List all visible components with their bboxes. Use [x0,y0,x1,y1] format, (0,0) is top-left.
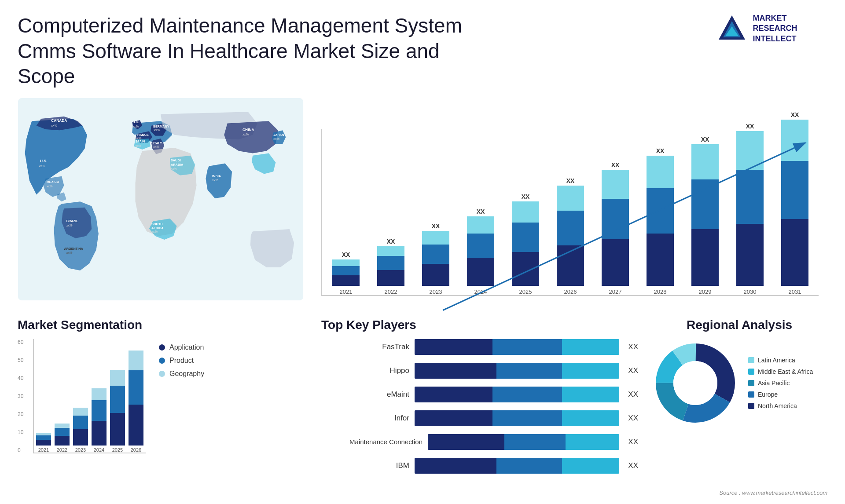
bar-label-2022: XX [387,238,395,245]
year-2029: 2029 [699,289,712,295]
page-title: Computerized Maintenance Management Syst… [18,13,502,89]
svg-text:xx%: xx% [154,128,160,132]
donut-chart [651,339,739,427]
seg-bar-2021: 2021 [36,433,51,453]
player-emaint: eMaint XX [321,387,638,402]
svg-text:U.K.: U.K. [132,120,139,124]
seg-bar-2023: 2023 [73,408,88,453]
year-2030: 2030 [744,289,757,295]
legend-product: Product [159,357,204,365]
bar-2027: XX 2027 [596,161,635,295]
svg-text:xx%: xx% [153,144,159,148]
svg-text:xx%: xx% [171,167,177,171]
bar-2024: XX 2024 [461,208,500,295]
svg-text:xx%: xx% [39,164,45,168]
seg-bar-2026: 2026 [129,351,143,453]
bar-2031: XX 2031 [775,111,814,295]
svg-text:SPAIN: SPAIN [136,139,145,143]
year-2022: 2022 [385,289,397,295]
bottom-right: Top Key Players FasTrak XX Hippo [304,314,827,504]
bar-label-2025: XX [522,193,530,200]
logo-area: MARKET RESEARCH INTELLECT [687,13,827,44]
svg-text:ARABIA: ARABIA [171,162,184,166]
bar-label-2029: XX [701,136,709,143]
legend-geography: Geography [159,370,204,378]
year-2031: 2031 [789,289,801,295]
regional-legend: Latin America Middle East & Africa Asia … [748,357,813,409]
year-2024: 2024 [474,289,487,295]
bar-chart-section: XX 2021 XX 2022 [304,94,827,314]
svg-text:xx%: xx% [66,251,73,255]
seg-chart-container: 60 50 40 30 20 10 0 [18,339,146,453]
bar-2022: XX 2022 [371,238,410,295]
bar-label-2030: XX [746,123,754,130]
bar-label-2024: XX [477,208,485,215]
svg-text:xx%: xx% [47,184,53,188]
svg-text:xx%: xx% [51,123,57,127]
logo-icon [716,13,747,44]
map-section: CANADA xx% U.S. xx% MEXICO xx% BRAZIL xx… [18,94,304,314]
seg-y-axis: 60 50 40 30 20 10 0 [18,339,23,453]
svg-text:xx%: xx% [66,223,73,227]
reg-north-america: North America [748,402,813,409]
svg-text:xx%: xx% [242,132,249,136]
bar-label-2026: XX [566,177,575,184]
header: Computerized Maintenance Management Syst… [0,0,845,94]
svg-text:INDIA: INDIA [212,174,221,178]
svg-text:MEXICO: MEXICO [47,180,59,184]
year-2026: 2026 [564,289,577,295]
seg-bar-2022: 2022 [55,424,70,453]
logo-text: MARKET RESEARCH INTELLECT [753,13,797,44]
regional-section: Regional Analysis [651,318,827,504]
player-infor: Infor XX [321,410,638,426]
legend-dot-product [159,358,165,364]
bar-label-2021: XX [342,251,350,258]
source-text: Source : www.marketresearchintellect.com [719,489,827,496]
seg-legend: Application Product Geography [159,343,204,378]
year-2027: 2027 [609,289,622,295]
svg-point-43 [673,361,717,405]
svg-text:SOUTH: SOUTH [151,222,163,226]
player-maintenance-connection: Maintenance Connection XX [321,434,638,450]
svg-text:xx%: xx% [151,230,158,234]
bar-2025: XX 2025 [506,193,545,295]
legend-application: Application [159,343,204,351]
bar-label-2031: XX [791,111,799,118]
svg-text:SAUDI: SAUDI [171,158,181,162]
svg-text:CANADA: CANADA [51,118,67,123]
svg-text:JAPAN: JAPAN [273,132,284,136]
player-fastrak: FasTrak XX [321,339,638,355]
bar-2023: XX 2023 [416,223,455,295]
svg-text:xx%: xx% [136,143,142,147]
map-svg: CANADA xx% U.S. xx% MEXICO xx% BRAZIL xx… [18,98,304,300]
reg-europe: Europe [748,391,813,398]
bar-2026: XX 2026 [551,177,590,295]
year-2025: 2025 [519,289,532,295]
legend-dot-geography [159,371,165,377]
key-players-section: Top Key Players FasTrak XX Hippo [321,318,638,504]
year-2023: 2023 [430,289,442,295]
segmentation-title: Market Segmentation [18,318,304,332]
svg-text:xx%: xx% [273,137,279,141]
bar-label-2027: XX [611,161,620,168]
bar-2028: XX 2028 [641,147,680,295]
bar-2029: XX 2029 [686,136,724,295]
player-hippo: Hippo XX [321,363,638,379]
svg-text:ARGENTINA: ARGENTINA [64,247,83,251]
content-grid: CANADA xx% U.S. xx% MEXICO xx% BRAZIL xx… [0,94,845,504]
svg-text:xx%: xx% [212,178,218,182]
reg-latin-america: Latin America [748,357,813,364]
seg-chart-wrapper: 60 50 40 30 20 10 0 [18,339,304,453]
bar-2021: XX 2021 [327,251,365,295]
seg-bar-2024: 2024 [92,388,107,453]
svg-text:xx%: xx% [132,124,139,128]
bar-chart-bars: XX 2021 XX 2022 [321,129,819,296]
svg-text:CHINA: CHINA [242,128,254,132]
seg-bar-2025: 2025 [110,370,125,453]
bar-label-2023: XX [432,223,440,230]
svg-text:U.S.: U.S. [40,159,47,163]
world-map: CANADA xx% U.S. xx% MEXICO xx% BRAZIL xx… [18,98,304,300]
reg-asia-pacific: Asia Pacific [748,380,813,387]
year-2028: 2028 [654,289,667,295]
svg-text:BRAZIL: BRAZIL [66,219,78,223]
